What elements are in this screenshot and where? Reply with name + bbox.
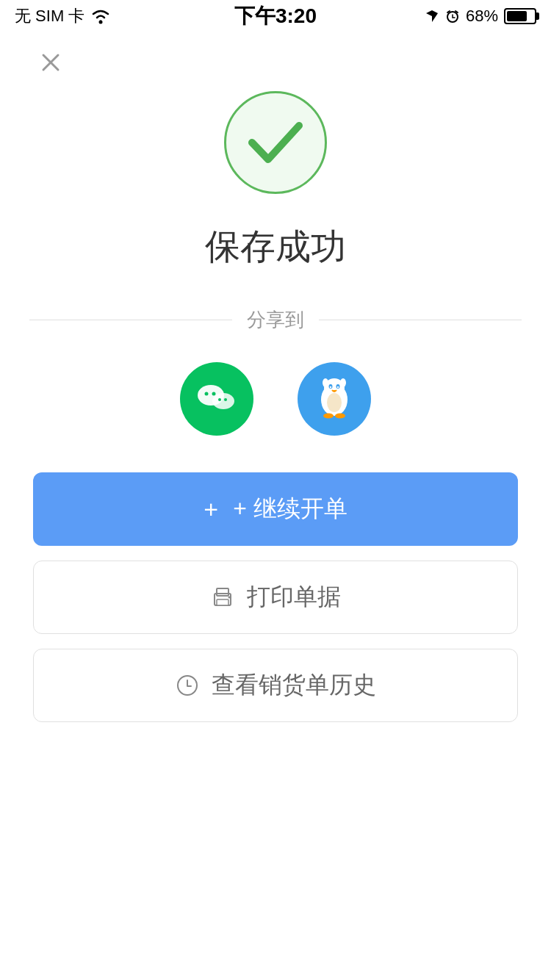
wifi-icon	[90, 8, 111, 24]
svg-point-24	[228, 597, 231, 599]
svg-point-17	[323, 414, 334, 419]
share-section: 分享到	[0, 307, 551, 436]
history-button[interactable]: 查看销货单历史	[33, 649, 518, 722]
checkmark-icon	[246, 117, 305, 168]
qq-share-button[interactable]	[298, 362, 371, 436]
wechat-share-button[interactable]	[180, 362, 253, 436]
svg-point-16	[327, 393, 342, 412]
svg-point-5	[212, 393, 234, 409]
print-label: 打印单据	[247, 581, 341, 613]
svg-point-15	[337, 386, 339, 388]
continue-label: + 继续开单	[233, 493, 347, 525]
printer-icon	[210, 585, 235, 610]
close-button[interactable]	[32, 44, 69, 81]
svg-point-20	[340, 378, 346, 387]
no-sim-label: 无 SIM 卡	[15, 5, 84, 27]
success-icon-circle	[224, 91, 327, 194]
wechat-icon	[194, 379, 240, 419]
svg-point-14	[330, 386, 331, 388]
status-left: 无 SIM 卡	[15, 5, 111, 27]
divider-line-right	[319, 320, 522, 320]
main-content: 保存成功 分享到	[0, 32, 551, 722]
continue-button[interactable]: + + 继续开单	[33, 472, 518, 546]
svg-point-18	[335, 414, 345, 419]
svg-point-19	[323, 378, 328, 387]
alarm-icon	[445, 9, 460, 24]
share-divider: 分享到	[0, 307, 551, 333]
qq-icon	[315, 376, 353, 422]
status-time: 下午3:20	[234, 2, 317, 30]
battery-percent: 68%	[466, 7, 498, 26]
action-buttons: + + 继续开单 打印单据 查看销货单历史	[33, 472, 518, 722]
location-icon	[425, 9, 439, 24]
divider-line-left	[29, 320, 232, 320]
print-button[interactable]: 打印单据	[33, 561, 518, 634]
plus-icon: +	[204, 495, 218, 524]
svg-point-7	[212, 392, 216, 396]
svg-rect-22	[217, 588, 228, 596]
status-right: 68%	[425, 7, 536, 26]
success-title: 保存成功	[205, 223, 346, 270]
clock-icon	[175, 673, 200, 698]
share-label: 分享到	[247, 307, 304, 333]
status-bar: 无 SIM 卡 下午3:20 68%	[0, 0, 551, 32]
svg-rect-23	[217, 599, 228, 605]
svg-point-8	[218, 398, 221, 401]
share-icons-row	[180, 362, 371, 436]
svg-point-9	[224, 398, 227, 401]
battery-icon	[504, 8, 536, 24]
svg-point-6	[205, 392, 209, 396]
history-label: 查看销货单历史	[212, 669, 376, 702]
svg-point-0	[99, 21, 103, 24]
